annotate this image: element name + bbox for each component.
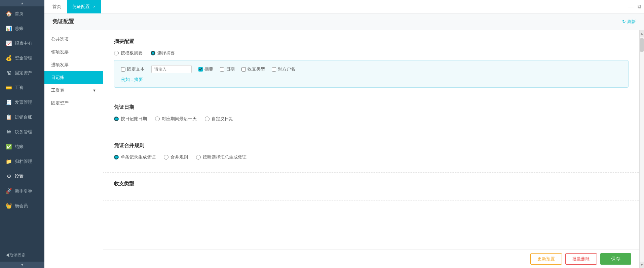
left-nav-item-fixed-assets-nav[interactable]: 固定资产 xyxy=(44,97,103,109)
sidebar-icon-home: 🏠 xyxy=(5,11,12,17)
radio-merge-rules-input[interactable] xyxy=(164,155,168,160)
sidebar-item-fixed-assets[interactable]: 🏗固定资产 xyxy=(0,65,44,80)
tab-close-icon[interactable]: × xyxy=(93,4,96,9)
radio-single-record-input[interactable] xyxy=(114,155,119,160)
sidebar-item-member[interactable]: 👑畅会员 xyxy=(0,198,44,213)
summary-box: 固定文本 摘要 日期 xyxy=(114,60,629,88)
summary-checks: 固定文本 摘要 日期 xyxy=(121,65,621,73)
sidebar: ▲ 🏠首页📊总账📈报表中心💰资金管理🏗固定资产💳工资🧾发票管理📋进销台账🏛税务管… xyxy=(0,0,44,268)
sidebar-icon-settlement: ✅ xyxy=(5,144,12,150)
sidebar-item-new-guide[interactable]: 🚀新手引导 xyxy=(0,184,44,198)
check-fixed-text[interactable]: 固定文本 xyxy=(121,66,145,72)
section-voucher-date: 凭证日期 按日记账日期 对应期间最后一天 xyxy=(103,96,639,134)
radio-select-summary-generate-input[interactable] xyxy=(196,155,201,160)
sidebar-icon-fund-management: 💰 xyxy=(5,55,12,61)
sidebar-icon-fixed-assets: 🏗 xyxy=(5,70,12,76)
radio-journal-date-input[interactable] xyxy=(114,117,119,121)
radio-template-summary[interactable]: 按模板摘要 xyxy=(114,50,143,56)
tab-home[interactable]: 首页 xyxy=(47,0,67,13)
sidebar-scroll-up[interactable]: ▲ xyxy=(0,0,44,6)
left-nav-item-journal[interactable]: 日记账 xyxy=(44,71,103,84)
radio-single-record[interactable]: 单条记录生成凭证 xyxy=(114,154,156,160)
sidebar-item-tax-management[interactable]: 🏛税务管理 xyxy=(0,125,44,139)
sidebar-icon-invoice-management: 🧾 xyxy=(5,99,12,105)
check-income-expense-type-input[interactable] xyxy=(241,67,246,72)
update-preview-button[interactable]: 更新预置 xyxy=(530,253,562,265)
sidebar-item-home[interactable]: 🏠首页 xyxy=(0,6,44,21)
save-button[interactable]: 保存 xyxy=(600,253,631,265)
voucher-merge-radio-group: 单条记录生成凭证 合并规则 按照选择汇总生成凭证 xyxy=(114,154,629,160)
sidebar-item-settings[interactable]: ⚙设置 xyxy=(0,169,44,184)
page-header: 凭证配置 ↻ 刷新 xyxy=(44,13,644,30)
left-nav: 公共选项销项发票进项发票日记账工资表▼固定资产 xyxy=(44,30,103,268)
radio-select-summary[interactable]: 选择摘要 xyxy=(151,50,175,56)
minimize-button[interactable]: — xyxy=(628,4,634,10)
maximize-button[interactable]: ⧉ xyxy=(638,4,641,10)
check-counterparty-name[interactable]: 对方户名 xyxy=(272,66,295,72)
summary-config-title: 摘要配置 xyxy=(114,38,629,45)
radio-template-summary-input[interactable] xyxy=(114,51,119,55)
sidebar-item-report-center[interactable]: 📈报表中心 xyxy=(0,36,44,51)
summary-radio-group: 按模板摘要 选择摘要 xyxy=(114,50,629,56)
left-nav-item-payroll-table[interactable]: 工资表▼ xyxy=(44,84,103,97)
section-voucher-merge: 凭证合并规则 单条记录生成凭证 合并规则 xyxy=(103,134,639,173)
sidebar-item-payroll[interactable]: 💳工资 xyxy=(0,80,44,95)
scroll-thumb[interactable] xyxy=(640,38,644,52)
tab-voucher-config[interactable]: 凭证配置 × xyxy=(67,0,101,13)
page-body: 公共选项销项发票进项发票日记账工资表▼固定资产 摘要配置 按模板摘要 xyxy=(44,30,644,268)
sidebar-icon-member: 👑 xyxy=(5,203,12,209)
sidebar-icon-tax-management: 🏛 xyxy=(5,129,12,135)
batch-delete-button[interactable]: 批量删除 xyxy=(565,253,597,265)
tab-bar: 首页 凭证配置 × — ⧉ xyxy=(44,0,644,13)
check-summary-input[interactable] xyxy=(198,67,203,72)
left-nav-item-public-options[interactable]: 公共选项 xyxy=(44,33,103,46)
refresh-button[interactable]: ↻ 刷新 xyxy=(622,19,636,25)
income-expense-title: 收支类型 xyxy=(114,181,629,187)
left-nav-item-sales-invoice[interactable]: 销项发票 xyxy=(44,46,103,58)
radio-journal-date[interactable]: 按日记账日期 xyxy=(114,116,147,122)
sidebar-icon-settings: ⚙ xyxy=(5,173,12,179)
voucher-date-radio-group: 按日记账日期 对应期间最后一天 自定义日期 xyxy=(114,116,629,122)
sidebar-item-fund-management[interactable]: 💰资金管理 xyxy=(0,51,44,65)
chevron-down-icon: ▼ xyxy=(92,88,96,92)
radio-custom-date-input[interactable] xyxy=(205,117,210,121)
voucher-merge-title: 凭证合并规则 xyxy=(114,142,629,149)
content-area: 摘要配置 按模板摘要 选择摘要 xyxy=(103,30,639,268)
check-date[interactable]: 日期 xyxy=(220,66,235,72)
example-text: 例如：摘要 xyxy=(121,77,621,83)
main-area: 首页 凭证配置 × — ⧉ 凭证配置 ↻ 刷新 公共选项销项发票进项发票日记账工… xyxy=(44,0,644,268)
check-income-expense-type[interactable]: 收支类型 xyxy=(241,66,265,72)
radio-custom-date[interactable]: 自定义日期 xyxy=(205,116,233,122)
sidebar-item-sales-ledger[interactable]: 📋进销台账 xyxy=(0,110,44,125)
sidebar-icon-new-guide: 🚀 xyxy=(5,188,12,194)
sidebar-unpin-button[interactable]: ◀取消固定 xyxy=(0,249,44,262)
sidebar-icon-report-center: 📈 xyxy=(5,40,12,46)
sidebar-item-general-ledger[interactable]: 📊总账 xyxy=(0,21,44,36)
bottom-bar: 更新预置 批量删除 保存 xyxy=(103,250,639,268)
sidebar-icon-archive-management: 📁 xyxy=(5,159,12,165)
page-title: 凭证配置 xyxy=(52,18,74,25)
scroll-down-button[interactable]: ▼ xyxy=(640,262,644,268)
section-income-expense: 收支类型 xyxy=(103,173,639,201)
radio-select-summary-input[interactable] xyxy=(151,51,155,55)
sidebar-item-archive-management[interactable]: 📁归档管理 xyxy=(0,154,44,169)
scroll-track xyxy=(640,37,644,262)
radio-last-day[interactable]: 对应期间最后一天 xyxy=(155,116,197,122)
check-counterparty-name-input[interactable] xyxy=(272,67,276,72)
window-controls: — ⧉ xyxy=(628,4,641,10)
section-summary-config: 摘要配置 按模板摘要 选择摘要 xyxy=(103,30,639,96)
sidebar-item-settlement[interactable]: ✅结账 xyxy=(0,139,44,154)
check-date-input[interactable] xyxy=(220,67,224,72)
refresh-icon: ↻ xyxy=(622,19,626,24)
sidebar-scroll-down[interactable]: ▼ xyxy=(0,262,44,268)
sidebar-item-invoice-management[interactable]: 🧾发票管理 xyxy=(0,95,44,110)
check-summary[interactable]: 摘要 xyxy=(198,66,213,72)
check-fixed-text-input[interactable] xyxy=(121,67,125,72)
radio-merge-rules[interactable]: 合并规则 xyxy=(164,154,188,160)
fixed-text-input[interactable] xyxy=(151,65,192,73)
radio-select-summary-generate[interactable]: 按照选择汇总生成凭证 xyxy=(196,154,247,160)
sidebar-icon-payroll: 💳 xyxy=(5,85,12,91)
scroll-up-button[interactable]: ▲ xyxy=(640,30,644,37)
radio-last-day-input[interactable] xyxy=(155,117,160,121)
left-nav-item-purchase-invoice[interactable]: 进项发票 xyxy=(44,58,103,71)
